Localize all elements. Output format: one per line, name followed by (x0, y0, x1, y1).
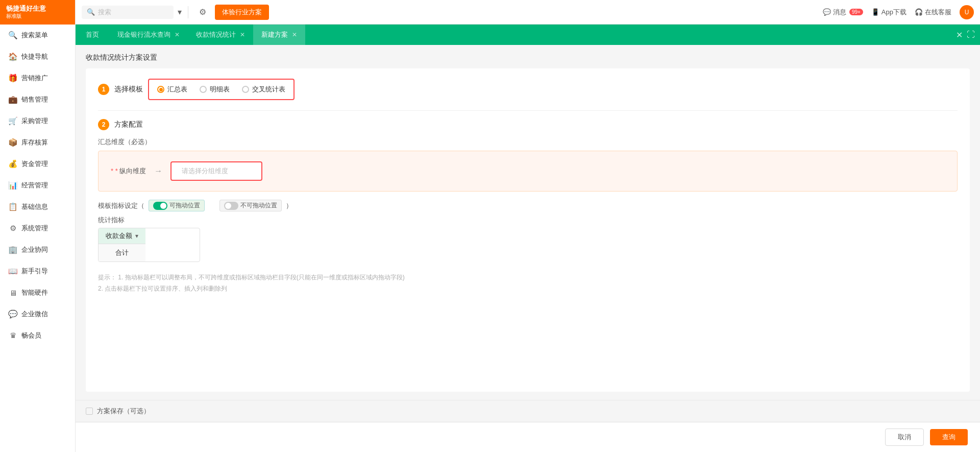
plan-save-checkbox[interactable] (86, 408, 93, 415)
dimension-row-label: * 纵向维度 (111, 166, 146, 176)
metric-col-header-amount[interactable]: 收款金额 ▾ (99, 228, 145, 244)
collect-stat-close-icon[interactable]: ✕ (240, 31, 245, 38)
dimension-placeholder: 请选择分组维度 (182, 166, 228, 176)
sidebar-item-label: 企业微信 (21, 310, 48, 319)
sidebar-item-search-menu[interactable]: 🔍 搜索菜单 (0, 25, 75, 46)
expand-icon[interactable]: ⛶ (967, 30, 975, 39)
draggable-indicator: 可拖动位置 (149, 200, 205, 211)
step2-title: 方案配置 (114, 120, 143, 129)
sidebar: 畅捷通好生意 标准版 🔍 搜索菜单 🏠 快捷导航 🎁 营销推广 💼 销售管理 🛒… (0, 0, 76, 452)
download-button[interactable]: 📱 App下载 (871, 8, 906, 17)
hint-line-1: 提示： 1. 拖动标题栏可以调整布局，不可跨维度或指标区域拖动栏目字段(只能在同… (98, 272, 958, 283)
step2-num: 2 (98, 119, 109, 130)
tab-bank-flow[interactable]: 现金银行流水查询 ✕ (109, 25, 188, 45)
logo-version: 标准版 (6, 13, 46, 20)
settings-icon: ⚙ (8, 224, 17, 233)
logo-text: 畅捷通好生意 (6, 5, 46, 13)
sidebar-item-label: 采购管理 (21, 116, 48, 126)
search-area[interactable]: 🔍 搜索 (82, 6, 174, 19)
tab-collect-stat[interactable]: 收款情况统计 ✕ (188, 25, 253, 45)
user-info[interactable]: U (960, 5, 974, 19)
hint-section: 提示： 1. 拖动标题栏可以调整布局，不可跨维度或指标区域拖动栏目字段(只能在同… (98, 272, 958, 294)
service-button[interactable]: 🎧 在线客服 (915, 8, 951, 17)
gear-button[interactable]: ⚙ (194, 4, 211, 20)
cancel-button[interactable]: 取消 (885, 429, 924, 446)
dimension-row: * 纵向维度 → 请选择分组维度 (111, 161, 945, 181)
sidebar-item-label: 营销推广 (21, 74, 48, 83)
sidebar-item-label: 搜索菜单 (21, 31, 48, 40)
radio-summary[interactable]: 汇总表 (157, 85, 187, 94)
bank-flow-tab-label: 现金银行流水查询 (117, 30, 170, 39)
avatar: U (960, 5, 974, 19)
arrow-right-icon: → (154, 166, 162, 176)
tab-bar: 首页 现金银行流水查询 ✕ 收款情况统计 ✕ 新建方案 ✕ ✕ ⛶ (76, 25, 980, 45)
metric-col-header-label: 收款金额 (106, 231, 132, 241)
monitor-icon: 🖥 (8, 288, 17, 297)
dropdown-icon[interactable]: ▾ (178, 7, 182, 17)
sidebar-item-finance[interactable]: 💰 资金管理 (0, 153, 75, 175)
sidebar-item-label: 经营管理 (21, 181, 48, 190)
plan-save-label: 方案保存（可选） (97, 407, 150, 416)
metric-col-cell-total: 合计 (99, 244, 145, 261)
step2-section: 2 方案配置 汇总维度（必选） * 纵向维度 → (98, 119, 958, 294)
sidebar-item-label: 智能硬件 (21, 288, 48, 297)
main-area: 🔍 搜索 ▾ ⚙ 体验行业方案 💬 消息 99+ 📱 App下载 🎧 在线客服 … (76, 0, 980, 452)
radio-cross[interactable]: 交叉统计表 (242, 85, 285, 94)
sidebar-item-label: 库存核算 (21, 138, 48, 147)
dimension-select-box[interactable]: 请选择分组维度 (170, 161, 262, 181)
sidebar-item-quick-nav[interactable]: 🏠 快捷导航 (0, 46, 75, 67)
dimension-title-row: 汇总维度（必选） (98, 137, 958, 147)
sidebar-item-basics[interactable]: 📋 基础信息 (0, 196, 75, 218)
sidebar-item-label: 基础信息 (21, 202, 48, 211)
sidebar-item-guide[interactable]: 📖 新手引导 (0, 260, 75, 282)
sidebar-item-system[interactable]: ⚙ 系统管理 (0, 218, 75, 239)
tab-bar-actions: ✕ ⛶ (956, 30, 980, 40)
metric-section-label: 模板指标设定（ (98, 201, 144, 210)
page-content: 收款情况统计方案设置 1 选择模板 汇总表 (76, 45, 980, 400)
collect-stat-tab-label: 收款情况统计 (196, 30, 236, 39)
building-icon: 🏢 (8, 245, 17, 254)
sidebar-item-operations[interactable]: 📊 经营管理 (0, 175, 75, 196)
service-label: 在线客服 (925, 8, 951, 17)
plan-save-row: 方案保存（可选） (76, 400, 980, 422)
money-icon: 💰 (8, 159, 17, 169)
tab-home[interactable]: 首页 (76, 25, 109, 45)
new-plan-tab-label: 新建方案 (261, 30, 288, 39)
message-badge: 99+ (849, 9, 863, 15)
radio-summary-circle (157, 86, 164, 93)
sidebar-item-hardware[interactable]: 🖥 智能硬件 (0, 282, 75, 303)
sidebar-item-enterprise[interactable]: 🏢 企业协同 (0, 239, 75, 260)
search-menu-icon: 🔍 (8, 31, 17, 40)
trial-button[interactable]: 体验行业方案 (215, 5, 269, 20)
metric-col-cell-label: 合计 (115, 249, 129, 256)
briefcase-icon: 💼 (8, 95, 17, 104)
sidebar-item-wechat[interactable]: 💬 企业微信 (0, 303, 75, 325)
box-icon: 📦 (8, 138, 17, 147)
home-icon: 🏠 (8, 52, 17, 61)
top-bar-right: 💬 消息 99+ 📱 App下载 🎧 在线客服 U (823, 5, 974, 19)
metric-section-sep (209, 201, 215, 210)
step1-section: 1 选择模板 汇总表 明细表 (98, 79, 958, 100)
message-button[interactable]: 💬 消息 99+ (823, 8, 863, 17)
radio-cross-label: 交叉统计表 (252, 85, 285, 94)
home-tab-label: 首页 (86, 30, 99, 39)
bank-flow-close-icon[interactable]: ✕ (175, 31, 180, 38)
divider (188, 6, 188, 18)
query-button[interactable]: 查询 (930, 429, 968, 445)
sidebar-item-inventory[interactable]: 📦 库存核算 (0, 132, 75, 153)
new-plan-close-icon[interactable]: ✕ (292, 31, 297, 38)
sidebar-item-sales[interactable]: 💼 销售管理 (0, 89, 75, 110)
draggable-toggle[interactable] (153, 202, 167, 210)
sidebar-item-marketing[interactable]: 🎁 营销推广 (0, 67, 75, 89)
tab-new-plan[interactable]: 新建方案 ✕ (253, 25, 305, 45)
row-label-text: 纵向维度 (119, 167, 146, 175)
crown-icon: ♛ (8, 331, 17, 340)
close-tab-icon[interactable]: ✕ (956, 30, 963, 40)
non-draggable-toggle[interactable] (224, 202, 238, 210)
sidebar-item-vip[interactable]: ♛ 畅会员 (0, 325, 75, 346)
sidebar-item-purchase[interactable]: 🛒 采购管理 (0, 110, 75, 132)
sidebar-item-label: 销售管理 (21, 95, 48, 104)
radio-detail[interactable]: 明细表 (200, 85, 230, 94)
radio-detail-circle (200, 86, 207, 93)
sidebar-item-label: 资金管理 (21, 159, 48, 169)
